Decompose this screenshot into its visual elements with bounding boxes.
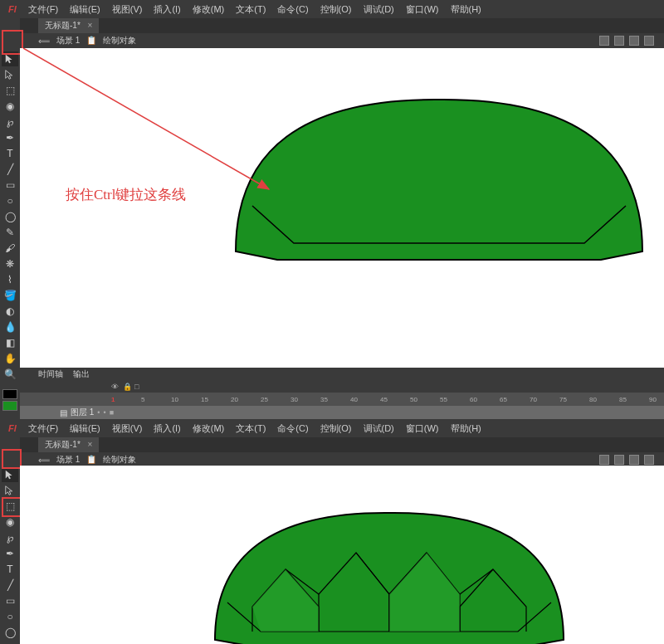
- visibility-icon[interactable]: 👁: [111, 383, 120, 391]
- line-tool-2[interactable]: ╱: [2, 578, 18, 593]
- deco-tool[interactable]: ❋: [2, 256, 18, 271]
- close-icon[interactable]: ×: [88, 21, 93, 30]
- tick: 25: [261, 396, 290, 403]
- text-tool-2[interactable]: T: [2, 562, 18, 577]
- scene-label-2[interactable]: 场景 1: [56, 454, 80, 466]
- menu-modify[interactable]: 修改(M): [188, 2, 230, 17]
- view-icon-2[interactable]: [614, 36, 624, 46]
- stroke-color-swatch[interactable]: [2, 389, 17, 399]
- brush-tool[interactable]: 🖌: [2, 241, 18, 256]
- subselection-tool-2[interactable]: [2, 483, 18, 498]
- menu-file[interactable]: 文件(F): [23, 2, 63, 17]
- bone-tool[interactable]: ⌇: [2, 272, 18, 287]
- canvas-2[interactable]: [20, 466, 664, 644]
- 3d-rotation-tool[interactable]: ◉: [2, 99, 18, 114]
- output-tab[interactable]: 输出: [73, 368, 90, 380]
- outline-icon[interactable]: □: [134, 383, 143, 391]
- menu-insert-2[interactable]: 插入(I): [149, 421, 185, 437]
- menu-debug-2[interactable]: 调试(D): [359, 421, 399, 437]
- polystar-tool[interactable]: ◯: [2, 209, 18, 224]
- menu-command[interactable]: 命令(C): [272, 2, 313, 17]
- zoom-tool[interactable]: 🔍: [2, 367, 18, 382]
- document-tab-2[interactable]: 无标题-1* ×: [38, 437, 99, 452]
- mode-label-2: 绘制对象: [103, 454, 136, 466]
- menu-edit-2[interactable]: 编辑(E): [65, 421, 105, 437]
- menu-window-2[interactable]: 窗口(W): [401, 421, 444, 437]
- 3d-rotation-tool-2[interactable]: ◉: [2, 515, 18, 529]
- pencil-tool-2[interactable]: ✎: [2, 641, 18, 644]
- menu-text[interactable]: 文本(T): [231, 2, 271, 17]
- toolbar: ⬚ ◉ ℘ ✒ T ╱ ▭ ○ ◯ ✎ 🖌 ❋ ⌇ 🪣 ◐ 💧 ◧ ✋ 🔍 ⤭ …: [0, 18, 20, 446]
- menu-debug[interactable]: 调试(D): [359, 2, 399, 17]
- oval-tool[interactable]: ○: [2, 193, 18, 208]
- hand-tool[interactable]: ✋: [2, 351, 18, 366]
- lasso-tool-2[interactable]: ℘: [2, 530, 18, 545]
- tick: 45: [380, 396, 410, 403]
- subselection-tool[interactable]: [2, 67, 18, 82]
- rectangle-tool[interactable]: ▭: [2, 178, 18, 193]
- tick: 5: [141, 396, 171, 403]
- tick: 10: [171, 396, 201, 403]
- free-transform-tool-2[interactable]: ⬚: [2, 499, 18, 514]
- menu-text-2[interactable]: 文本(T): [231, 421, 271, 437]
- playhead[interactable]: 1: [111, 396, 141, 403]
- fill-color-swatch[interactable]: [2, 401, 17, 411]
- turtle-shell-shape: [219, 98, 659, 264]
- timeline-tab[interactable]: 时间轴: [38, 368, 63, 380]
- mode-label: 绘制对象: [103, 35, 136, 46]
- view-icon-3b[interactable]: [629, 455, 639, 465]
- paint-bucket-tool[interactable]: 🪣: [2, 288, 18, 303]
- menu-help-2[interactable]: 帮助(H): [446, 421, 486, 437]
- view-icon-1[interactable]: [599, 36, 609, 46]
- menu-edit[interactable]: 编辑(E): [65, 2, 105, 17]
- view-icon-4[interactable]: [644, 36, 654, 46]
- menu-help[interactable]: 帮助(H): [446, 2, 486, 17]
- pen-tool[interactable]: ✒: [2, 130, 18, 145]
- lasso-tool[interactable]: ℘: [2, 115, 18, 129]
- scene-icon-2: 📋: [86, 455, 96, 465]
- canvas[interactable]: 按住Ctrl键拉这条线: [20, 48, 664, 368]
- menu-control[interactable]: 控制(O): [315, 2, 357, 17]
- ink-bottle-tool[interactable]: ◐: [2, 304, 18, 319]
- tick: 40: [350, 396, 380, 403]
- oval-tool-2[interactable]: ○: [2, 609, 18, 624]
- close-icon-2[interactable]: ×: [88, 440, 93, 449]
- pen-tool-2[interactable]: ✒: [2, 546, 18, 561]
- layer-icon: ▤: [60, 408, 67, 417]
- menu-file-2[interactable]: 文件(F): [23, 421, 63, 437]
- line-tool[interactable]: ╱: [2, 162, 18, 177]
- document-tab[interactable]: 无标题-1* ×: [38, 18, 99, 33]
- view-icon-4b[interactable]: [644, 455, 654, 465]
- annotation-text: 按住Ctrl键拉这条线: [66, 185, 186, 204]
- menubar: Fl 文件(F) 编辑(E) 视图(V) 插入(I) 修改(M) 文本(T) 命…: [0, 0, 664, 18]
- eraser-tool[interactable]: ◧: [2, 335, 18, 350]
- view-icon-3[interactable]: [629, 36, 639, 46]
- menu-command-2[interactable]: 命令(C): [272, 421, 313, 437]
- lock-icon[interactable]: 🔒: [123, 383, 131, 391]
- eyedropper-tool[interactable]: 💧: [2, 320, 18, 334]
- layer-dot: •: [104, 408, 106, 417]
- pencil-tool[interactable]: ✎: [2, 225, 18, 240]
- back-icon-2[interactable]: ⟸: [38, 456, 50, 465]
- scene-bar: ⟸ 场景 1 📋 绘制对象: [0, 33, 664, 48]
- scene-icon: 📋: [86, 36, 96, 46]
- selection-tool[interactable]: [2, 51, 18, 66]
- rectangle-tool-2[interactable]: ▭: [2, 593, 18, 608]
- text-tool[interactable]: T: [2, 146, 18, 161]
- menu-insert[interactable]: 插入(I): [149, 2, 185, 17]
- menu-control-2[interactable]: 控制(O): [315, 421, 357, 437]
- menu-window[interactable]: 窗口(W): [401, 2, 444, 17]
- view-icon-2b[interactable]: [614, 455, 624, 465]
- timeline-header-icons: 👁 🔒 □: [20, 381, 664, 393]
- scene-label[interactable]: 场景 1: [56, 35, 80, 46]
- menu-view-2[interactable]: 视图(V): [107, 421, 148, 437]
- back-icon[interactable]: ⟸: [38, 37, 50, 46]
- polystar-tool-2[interactable]: ◯: [2, 625, 18, 640]
- layer-row[interactable]: ▤ 图层 1 ••■: [20, 406, 664, 419]
- menu-view[interactable]: 视图(V): [107, 2, 148, 17]
- free-transform-tool[interactable]: ⬚: [2, 83, 18, 98]
- view-icon-1b[interactable]: [599, 455, 609, 465]
- timeline-ruler[interactable]: 1 5 10 15 20 25 30 35 40 45 50 55 60 65 …: [20, 393, 664, 406]
- selection-tool-2[interactable]: [2, 467, 18, 482]
- menu-modify-2[interactable]: 修改(M): [188, 421, 230, 437]
